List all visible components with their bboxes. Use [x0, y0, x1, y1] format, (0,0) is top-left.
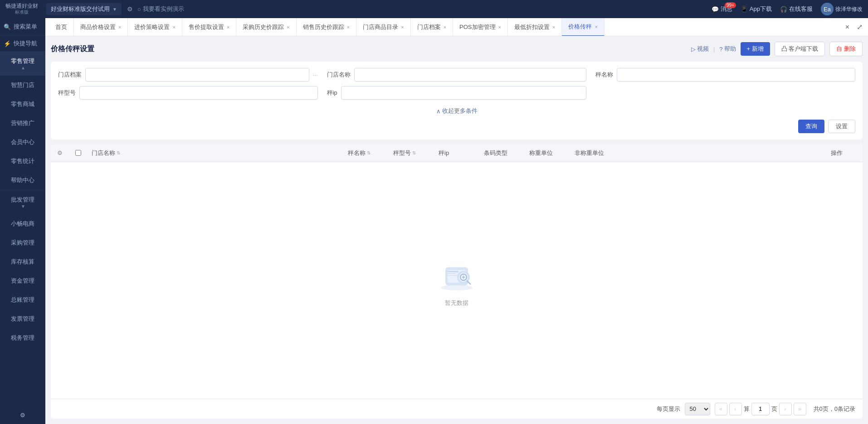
per-page-select[interactable]: 50 10 20 100: [685, 403, 710, 415]
set-button-label: 设置: [836, 123, 848, 130]
download-button[interactable]: 凸 客户端下载: [775, 42, 825, 56]
first-page-button[interactable]: «: [715, 403, 727, 415]
sidebar-quick-nav[interactable]: ⚡ 快捷导航: [0, 36, 45, 52]
col-action: 操作: [826, 149, 863, 157]
demo-text: 我要看实例演示: [143, 5, 184, 13]
collapse-more-label: 收起更多条件: [442, 107, 478, 115]
tab-home[interactable]: 首页: [49, 18, 74, 36]
online-service-label: 在线客服: [789, 5, 813, 13]
tab-sale-history-close[interactable]: ×: [347, 24, 350, 30]
sidebar-item-help[interactable]: 帮助中心: [0, 171, 45, 190]
tab-pos-security-close[interactable]: ×: [498, 24, 501, 30]
sidebar-quick-nav-label: 快捷导航: [14, 39, 37, 48]
tab-store-profile[interactable]: 门店档案 ×: [411, 18, 453, 36]
sidebar-item-general-ledger[interactable]: 总账管理: [0, 290, 45, 309]
app-name: 畅捷通好业财: [5, 3, 38, 9]
col-non-weigh-unit: 非称重单位: [570, 149, 826, 157]
user-action[interactable]: Ea 徐泽华修改: [821, 3, 863, 15]
last-page-button[interactable]: »: [794, 403, 806, 415]
filter-scale-model-input[interactable]: [79, 86, 318, 100]
delete-button[interactable]: 自 删除: [829, 42, 863, 56]
message-action[interactable]: 💬 消息 99+: [712, 5, 732, 13]
table-settings-icon[interactable]: ⚙: [51, 149, 69, 156]
content-area: 首页 商品价格设置 × 进价策略设置 × 售价提取设置 × 采购历史价跟踪 × …: [45, 18, 868, 424]
table-select-all[interactable]: [69, 150, 87, 156]
tab-min-discount-close[interactable]: ×: [552, 24, 555, 30]
tab-close-window-button[interactable]: ×: [844, 21, 851, 33]
tab-sale-price[interactable]: 售价提取设置 ×: [182, 18, 236, 36]
tab-sale-price-close[interactable]: ×: [227, 24, 229, 30]
tab-product-price-close[interactable]: ×: [118, 24, 121, 30]
gear-icon[interactable]: ⚙: [127, 5, 133, 13]
sidebar-search[interactable]: 🔍 搜索菜单: [0, 18, 45, 36]
tab-pos-security[interactable]: POS加密管理 ×: [453, 18, 508, 36]
set-button[interactable]: 设置: [828, 120, 855, 133]
tab-purchase-strategy[interactable]: 进价策略设置 ×: [128, 18, 182, 36]
select-all-checkbox[interactable]: [75, 150, 81, 156]
prev-page-button[interactable]: ‹: [729, 403, 742, 415]
sidebar-item-member[interactable]: 会员中心: [0, 133, 45, 152]
app-download-action[interactable]: 📱 App下载: [741, 5, 772, 13]
version-selector[interactable]: 好业财标准版交付试用 ▼: [46, 3, 122, 15]
page-input[interactable]: [751, 403, 770, 415]
query-button[interactable]: 查询: [798, 120, 824, 133]
filter-scale-name-input[interactable]: [617, 68, 855, 82]
sidebar-item-retail-mgmt[interactable]: 零售管理 ▲: [0, 52, 45, 76]
tab-purchase-strategy-close[interactable]: ×: [172, 24, 175, 30]
sidebar-item-inventory[interactable]: 库存核算: [0, 252, 45, 271]
tab-product-price[interactable]: 商品价格设置 ×: [74, 18, 128, 36]
filter-store-profile-input[interactable]: [85, 68, 309, 82]
sidebar-item-marketing[interactable]: 营销推广: [0, 114, 45, 133]
sidebar-item-label: 税务管理: [11, 334, 34, 342]
username-label: 徐泽华修改: [835, 5, 863, 13]
sort-icon: ⇅: [367, 150, 371, 155]
tab-sale-history[interactable]: 销售历史价跟踪 ×: [297, 18, 356, 36]
demo-link[interactable]: ○ 我要看实例演示: [137, 5, 184, 13]
sidebar-item-tax[interactable]: 税务管理: [0, 328, 45, 347]
filter-store-name-input[interactable]: [354, 68, 587, 82]
tab-store-profile-close[interactable]: ×: [444, 24, 446, 30]
sidebar-settings-button[interactable]: ⚙: [0, 406, 45, 424]
chevron-down-icon: ▼: [112, 7, 117, 12]
divider: |: [713, 46, 715, 53]
tab-purchase-history[interactable]: 采购历史价跟踪 ×: [236, 18, 296, 36]
sidebar-item-retail-mall[interactable]: 零售商城: [0, 95, 45, 114]
app-logo: 畅捷通好业财 标准版: [5, 3, 38, 15]
add-button[interactable]: + 新增: [741, 42, 770, 56]
help-link[interactable]: ? 帮助: [719, 45, 736, 53]
sidebar-item-retail-stats[interactable]: 零售统计: [0, 152, 45, 171]
app-download-icon: 📱: [741, 6, 748, 13]
page-header-actions: ▷ 视频 | ? 帮助 + 新增 凸 客户端下载 自 删除: [691, 42, 863, 56]
svg-point-0: [441, 285, 473, 290]
sidebar-item-label: 库存核算: [11, 258, 34, 266]
sidebar-item-xiaochange[interactable]: 小畅电商: [0, 214, 45, 233]
sidebar-item-smart-store[interactable]: 智慧门店: [0, 76, 45, 95]
video-link[interactable]: ▷ 视频: [691, 45, 709, 53]
tab-expand-button[interactable]: ⤢: [855, 21, 864, 33]
tab-pos-security-label: POS加密管理: [459, 23, 495, 31]
tab-purchase-history-close[interactable]: ×: [287, 24, 289, 30]
per-page-label: 每页显示: [657, 405, 680, 413]
filter-scale-name: 秤名称: [595, 68, 855, 82]
tab-min-discount[interactable]: 最低折扣设置 ×: [508, 18, 562, 36]
sidebar-item-invoice[interactable]: 发票管理: [0, 309, 45, 328]
col-scale-model: 秤型号 ⇅: [389, 149, 434, 157]
sidebar-item-capital[interactable]: 资金管理: [0, 271, 45, 290]
collapse-more-button[interactable]: ∧ 收起更多条件: [434, 104, 480, 118]
tab-price-scale[interactable]: 价格传秤 ×: [562, 18, 604, 36]
tab-store-catalog[interactable]: 门店商品目录 ×: [356, 18, 410, 36]
tab-store-catalog-close[interactable]: ×: [401, 24, 404, 30]
sidebar-item-batch-mgmt[interactable]: 批发管理 ▼: [0, 190, 45, 214]
filter-scale-ip-input[interactable]: [341, 86, 587, 100]
sidebar-item-label: 零售商城: [11, 100, 34, 108]
tab-price-scale-close[interactable]: ×: [595, 24, 597, 29]
col-weigh-unit-label: 称重单位: [529, 149, 553, 157]
online-service-action[interactable]: 🎧 在线客服: [780, 5, 813, 13]
filter-scale-model: 秤型号: [58, 86, 318, 100]
next-page-button[interactable]: ›: [779, 403, 792, 415]
filter-scale-model-label: 秤型号: [58, 89, 76, 97]
sidebar-item-label: 帮助中心: [11, 176, 34, 184]
sidebar-item-label: 营销推广: [11, 119, 34, 127]
sidebar-item-purchase[interactable]: 采购管理: [0, 233, 45, 252]
store-profile-more-icon[interactable]: ···: [313, 72, 318, 78]
